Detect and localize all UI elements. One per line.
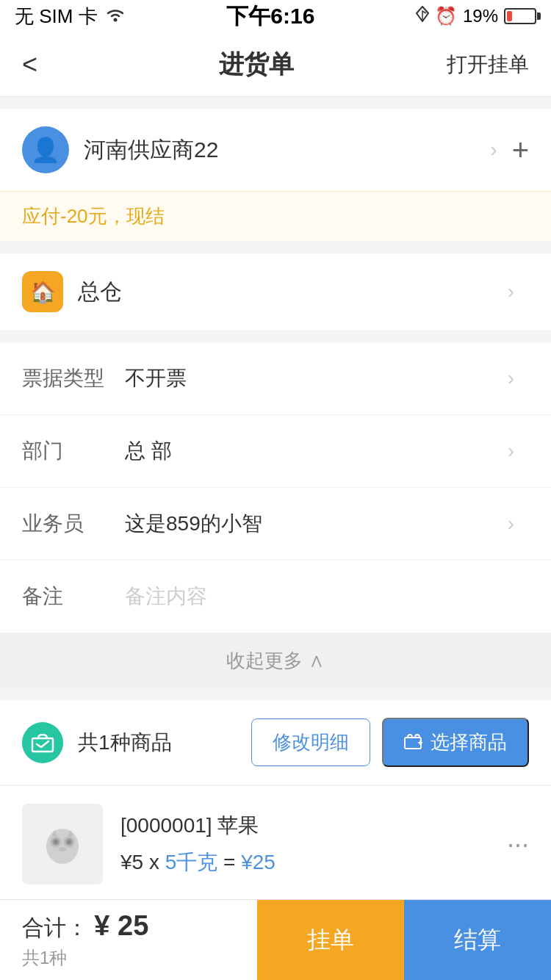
dept-value: 总 部 (125, 437, 508, 465)
total-amount: ¥ 25 (94, 910, 148, 941)
warehouse-chevron-icon: › (508, 280, 514, 303)
remark-placeholder: 备注内容 (125, 583, 529, 610)
total-label: 合计： (22, 915, 88, 940)
svg-point-8 (54, 840, 58, 844)
product-info: [0000001] 苹果 ¥5 x 5千克 = ¥25 (120, 812, 507, 876)
product-title: 苹果 (217, 814, 259, 837)
salesperson-row[interactable]: 业务员 这是859的小智 › (0, 488, 551, 561)
open-pending-button[interactable]: 打开挂单 (447, 51, 529, 79)
equals-sign: = (223, 851, 241, 873)
product-code: [0000001] (120, 814, 212, 837)
status-time: 下午6:16 (226, 1, 314, 32)
nav-bar: < 进货单 打开挂单 (0, 32, 551, 97)
hold-button[interactable]: 挂单 (257, 900, 404, 981)
svg-point-9 (68, 840, 71, 844)
location-icon (416, 6, 429, 26)
product-header: 共1种商品 修改明细 选择商品 (0, 700, 551, 785)
carrier-label: 无 SIM 卡 (15, 4, 98, 29)
remark-row[interactable]: 备注 备注内容 (0, 561, 551, 633)
alarm-icon: ⏰ (435, 6, 457, 26)
total-row: 合计： ¥ 25 (22, 910, 235, 943)
invoice-row[interactable]: 票据类型 不开票 › (0, 342, 551, 415)
product-count-label: 共1种商品 (78, 729, 251, 757)
checkout-button[interactable]: 结算 (404, 900, 551, 981)
warehouse-name: 总仓 (78, 277, 508, 307)
supplier-name: 河南供应商22 (84, 135, 490, 165)
svg-point-3 (46, 829, 79, 864)
collapse-button[interactable]: 收起更多 ∧ (0, 633, 551, 688)
avatar-icon: 👤 (31, 136, 60, 164)
supplier-section: 👤 河南供应商22 › + 应付-20元，现结 (0, 109, 551, 241)
section-gap-1 (0, 97, 551, 109)
section-gap-4 (0, 688, 551, 700)
product-name: [0000001] 苹果 (120, 812, 507, 840)
salesperson-chevron-icon: › (508, 512, 514, 536)
edit-detail-button[interactable]: 修改明细 (251, 718, 370, 766)
warehouse-row[interactable]: 🏠 总仓 › (0, 253, 551, 330)
supplier-row[interactable]: 👤 河南供应商22 › + (0, 109, 551, 191)
total-section: 合计： ¥ 25 共1种 (0, 910, 257, 970)
unit-price: ¥5 (120, 851, 143, 873)
svg-point-10 (58, 847, 67, 851)
form-section: 票据类型 不开票 › 部门 总 部 › 业务员 这是859的小智 › 备注 备注… (0, 342, 551, 633)
invoice-label: 票据类型 (22, 364, 125, 392)
product-thumbnail (22, 804, 103, 884)
status-left: 无 SIM 卡 (15, 4, 126, 29)
invoice-chevron-icon: › (508, 367, 514, 390)
product-icon (22, 722, 63, 763)
dept-label: 部门 (22, 437, 125, 465)
item-total: ¥25 (241, 851, 276, 873)
remark-label: 备注 (22, 583, 125, 610)
dept-chevron-icon: › (508, 439, 514, 463)
quantity: 5千克 (165, 851, 218, 873)
invoice-value: 不开票 (125, 364, 508, 392)
warehouse-icon: 🏠 (22, 271, 63, 312)
product-price: ¥5 x 5千克 = ¥25 (120, 849, 507, 876)
more-options-button[interactable]: ··· (507, 829, 529, 860)
dept-row[interactable]: 部门 总 部 › (0, 415, 551, 488)
add-button[interactable]: + (512, 134, 529, 167)
supplier-avatar: 👤 (22, 126, 69, 173)
status-right: ⏰ 19% (416, 6, 536, 26)
battery-percent: 19% (463, 6, 498, 26)
section-gap-2 (0, 241, 551, 253)
multiply-sign: x (149, 851, 165, 873)
select-product-label: 选择商品 (431, 729, 507, 755)
supplier-chevron-icon: › (490, 138, 497, 162)
warehouse-section: 🏠 总仓 › (0, 253, 551, 330)
product-item: [0000001] 苹果 ¥5 x 5千克 = ¥25 ··· (0, 785, 551, 902)
page-title: 进货单 (219, 48, 294, 82)
select-product-button[interactable]: 选择商品 (382, 718, 529, 767)
total-count: 共1种 (22, 946, 235, 970)
battery-icon (504, 8, 536, 24)
supplier-alert: 应付-20元，现结 (0, 191, 551, 241)
salesperson-value: 这是859的小智 (125, 510, 508, 538)
section-gap-3 (0, 330, 551, 342)
svg-point-0 (113, 18, 117, 21)
wifi-icon (105, 5, 126, 28)
bottom-bar: 合计： ¥ 25 共1种 挂单 结算 (0, 899, 551, 980)
back-button[interactable]: < (22, 49, 66, 80)
status-bar: 无 SIM 卡 下午6:16 ⏰ 19% (0, 0, 551, 32)
salesperson-label: 业务员 (22, 510, 125, 538)
